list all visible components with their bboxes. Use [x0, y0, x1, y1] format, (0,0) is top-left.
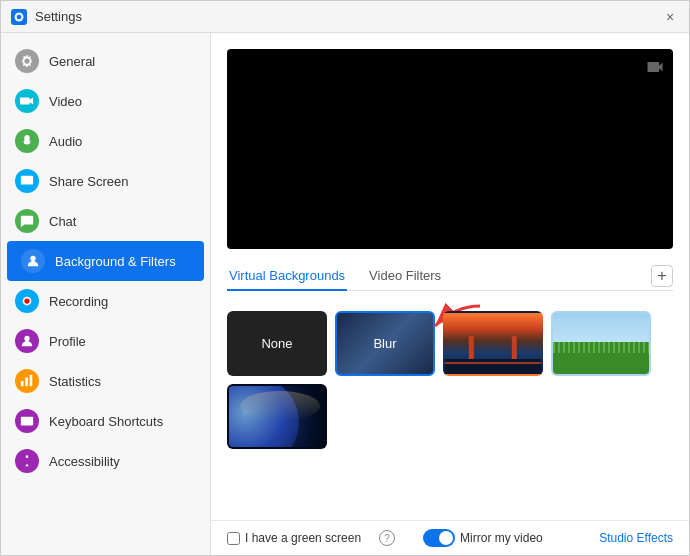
content-area: General Video Audio Share Screen: [1, 33, 689, 555]
window-title: Settings: [35, 9, 82, 24]
background-grass[interactable]: [551, 311, 651, 376]
sidebar-item-general[interactable]: General: [1, 41, 210, 81]
svg-point-3: [30, 256, 35, 261]
profile-label: Profile: [49, 334, 86, 349]
tab-video-filters[interactable]: Video Filters: [367, 262, 443, 291]
keyboard-shortcuts-label: Keyboard Shortcuts: [49, 414, 163, 429]
background-filters-icon: [21, 249, 45, 273]
main-panel: Virtual Backgrounds Video Filters + None…: [211, 33, 689, 555]
background-none[interactable]: None: [227, 311, 327, 376]
sidebar-item-share-screen[interactable]: Share Screen: [1, 161, 210, 201]
tab-virtual-backgrounds[interactable]: Virtual Backgrounds: [227, 262, 347, 291]
recording-icon: [15, 289, 39, 313]
sidebar-item-background-filters[interactable]: Background & Filters: [7, 241, 204, 281]
mirror-video-toggle[interactable]: [423, 529, 455, 547]
sidebar-item-accessibility[interactable]: Accessibility: [1, 441, 210, 481]
background-earth[interactable]: [227, 384, 327, 449]
audio-icon: [15, 129, 39, 153]
studio-effects-link[interactable]: Studio Effects: [599, 531, 673, 545]
sidebar-item-audio[interactable]: Audio: [1, 121, 210, 161]
svg-point-11: [26, 455, 29, 458]
video-label: Video: [49, 94, 82, 109]
blur-label: Blur: [373, 336, 396, 351]
svg-point-1: [17, 14, 22, 19]
keyboard-shortcuts-icon: [15, 409, 39, 433]
backgrounds-grid: None Blur: [211, 311, 689, 461]
title-bar-left: Settings: [11, 9, 82, 25]
general-label: General: [49, 54, 95, 69]
accessibility-icon: [15, 449, 39, 473]
recording-label: Recording: [49, 294, 108, 309]
background-bridge[interactable]: [443, 311, 543, 376]
accessibility-label: Accessibility: [49, 454, 120, 469]
mirror-video-wrap[interactable]: Mirror my video: [423, 529, 543, 547]
sidebar-item-profile[interactable]: Profile: [1, 321, 210, 361]
title-bar: Settings ×: [1, 1, 689, 33]
tabs-area: Virtual Backgrounds Video Filters +: [211, 249, 689, 311]
green-screen-input[interactable]: [227, 532, 240, 545]
video-preview: [227, 49, 673, 249]
chat-icon: [15, 209, 39, 233]
sidebar: General Video Audio Share Screen: [1, 33, 211, 555]
sidebar-item-keyboard-shortcuts[interactable]: Keyboard Shortcuts: [1, 401, 210, 441]
sidebar-item-statistics[interactable]: Statistics: [1, 361, 210, 401]
background-filters-label: Background & Filters: [55, 254, 176, 269]
sidebar-item-chat[interactable]: Chat: [1, 201, 210, 241]
share-screen-icon: [15, 169, 39, 193]
app-icon-svg: [13, 11, 25, 23]
svg-rect-7: [21, 381, 24, 386]
add-background-button[interactable]: +: [651, 265, 673, 287]
svg-point-5: [24, 298, 29, 303]
app-icon: [11, 9, 27, 25]
green-screen-label: I have a green screen: [245, 531, 361, 545]
svg-rect-10: [21, 417, 33, 426]
footer-bar: I have a green screen ? Mirror my video …: [211, 520, 689, 555]
green-screen-checkbox[interactable]: I have a green screen: [227, 531, 361, 545]
profile-icon: [15, 329, 39, 353]
audio-label: Audio: [49, 134, 82, 149]
blur-thumb-wrapper: Blur: [335, 311, 435, 376]
bridge-deck: [445, 362, 541, 364]
svg-rect-9: [30, 375, 33, 386]
chat-label: Chat: [49, 214, 76, 229]
sidebar-item-video[interactable]: Video: [1, 81, 210, 121]
mirror-video-label: Mirror my video: [460, 531, 543, 545]
green-screen-help-icon[interactable]: ?: [379, 530, 395, 546]
svg-point-6: [24, 336, 29, 341]
sun-glow: [240, 391, 320, 421]
camera-icon: [645, 57, 665, 82]
general-icon: [15, 49, 39, 73]
settings-window: Settings × General Video: [0, 0, 690, 556]
sidebar-item-recording[interactable]: Recording: [1, 281, 210, 321]
svg-rect-2: [21, 176, 33, 185]
svg-rect-8: [25, 378, 28, 387]
share-screen-label: Share Screen: [49, 174, 129, 189]
close-button[interactable]: ×: [661, 8, 679, 26]
background-blur[interactable]: Blur: [335, 311, 435, 376]
statistics-icon: [15, 369, 39, 393]
video-icon: [15, 89, 39, 113]
none-label: None: [261, 336, 292, 351]
grass-blades: [553, 342, 649, 353]
tabs-bar: Virtual Backgrounds Video Filters +: [227, 261, 673, 291]
statistics-label: Statistics: [49, 374, 101, 389]
